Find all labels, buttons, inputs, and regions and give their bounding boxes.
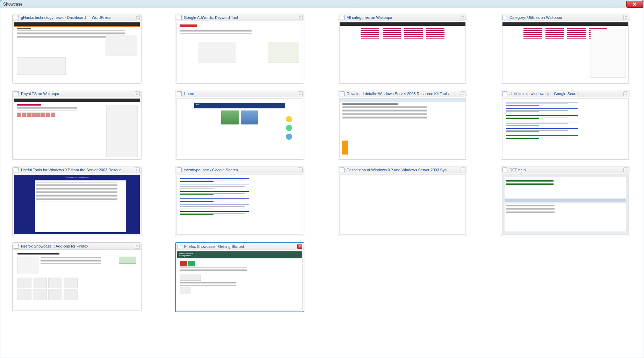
- tab-tile[interactable]: eventtype: bex - Google Search□: [175, 166, 304, 236]
- tab-thumbnail[interactable]: [176, 22, 303, 82]
- tile-header: DEP help□: [501, 166, 630, 173]
- tile-header: Category: Utilities on Wakoopa□: [501, 14, 630, 21]
- page-icon: [14, 15, 19, 20]
- tile-close-button[interactable]: □: [298, 15, 303, 20]
- tab-tile[interactable]: Description of Windows XP and Windows Se…: [338, 166, 467, 236]
- tile-header: Home□: [175, 90, 304, 97]
- tab-thumbnail[interactable]: [502, 174, 629, 235]
- tile-close-button[interactable]: □: [623, 15, 628, 20]
- tile-title: Google AdWords: Keyword Tool: [184, 15, 296, 20]
- tab-thumbnail[interactable]: The Command Line in Windows: [14, 174, 140, 235]
- page-icon: [177, 91, 182, 96]
- tile-header: Download details: Windows Server 2003 Re…: [338, 90, 467, 97]
- titlebar: Showcase: [0, 0, 644, 8]
- tab-thumbnail[interactable]: [14, 22, 140, 82]
- tab-tile[interactable]: gHacks technology news › Dashboard — Wor…: [12, 14, 142, 84]
- tab-thumbnail[interactable]: [502, 22, 629, 82]
- tile-title: Home: [184, 92, 296, 96]
- tile-header: Royal TS on Wakoopa□: [13, 90, 141, 97]
- tile-close-button[interactable]: □: [461, 91, 465, 96]
- tile-title: chklnks.exe windows xp - Google Search: [509, 92, 621, 96]
- tile-header: chklnks.exe windows xp - Google Search□: [501, 90, 630, 97]
- tab-tile[interactable]: Download details: Windows Server 2003 Re…: [338, 90, 467, 160]
- tab-tile[interactable]: Home□ns: [175, 90, 304, 160]
- tile-close-button[interactable]: □: [461, 167, 465, 172]
- window-close-button[interactable]: [626, 1, 643, 8]
- tile-close-button[interactable]: □: [461, 15, 465, 20]
- page-icon: [502, 15, 507, 20]
- window-title: Showcase: [3, 2, 22, 7]
- tile-header: Google AdWords: Keyword Tool□: [175, 14, 304, 21]
- tab-tile[interactable]: chklnks.exe windows xp - Google Search□: [501, 90, 630, 160]
- tab-tile[interactable]: Firefox Showcase :: Add-ons for Firefox□: [12, 242, 142, 312]
- tab-tile[interactable]: Useful Tools for Windows XP from the Ser…: [12, 166, 142, 236]
- tab-thumbnail[interactable]: [14, 251, 140, 311]
- tile-header: gHacks technology news › Dashboard — Wor…: [13, 14, 141, 21]
- page-icon: [177, 15, 182, 20]
- tab-tile[interactable]: Firefox Showcase - Getting Started✕Firef…: [175, 242, 304, 312]
- tile-header: All categories on Wakoopa□: [338, 14, 467, 21]
- page-icon: [14, 91, 19, 96]
- page-icon: [177, 167, 182, 172]
- tab-thumbnail[interactable]: [502, 98, 629, 158]
- tile-header: Firefox Showcase :: Add-ons for Firefox□: [13, 243, 141, 250]
- tab-tile[interactable]: Royal TS on Wakoopa□: [12, 90, 142, 160]
- page-icon: [14, 244, 19, 249]
- tile-header: Description of Windows XP and Windows Se…: [338, 166, 467, 173]
- page-icon: [340, 167, 345, 172]
- tab-grid: gHacks technology news › Dashboard — Wor…: [0, 8, 644, 358]
- tile-close-button[interactable]: □: [623, 91, 628, 96]
- tile-header: eventtype: bex - Google Search□: [175, 166, 304, 173]
- tile-title: Description of Windows XP and Windows Se…: [347, 168, 458, 172]
- tile-close-button[interactable]: □: [135, 244, 140, 249]
- tab-thumbnail[interactable]: Firefox ShowcaseGetting started: [177, 251, 303, 310]
- page-icon: [177, 244, 182, 249]
- tile-close-button[interactable]: □: [135, 91, 140, 96]
- tile-close-button[interactable]: □: [623, 167, 628, 172]
- tile-title: Firefox Showcase - Getting Started: [184, 244, 295, 249]
- page-icon: [340, 15, 345, 20]
- tile-header: Firefox Showcase - Getting Started✕: [176, 243, 304, 250]
- page-icon: [14, 167, 19, 172]
- tab-tile[interactable]: Category: Utilities on Wakoopa□: [501, 14, 630, 84]
- tile-title: Firefox Showcase :: Add-ons for Firefox: [21, 244, 133, 248]
- tab-thumbnail[interactable]: [176, 174, 303, 235]
- tile-title: gHacks technology news › Dashboard — Wor…: [21, 15, 133, 20]
- tile-title: eventtype: bex - Google Search: [184, 168, 296, 172]
- tile-close-button[interactable]: □: [298, 167, 303, 172]
- tile-title: Download details: Windows Server 2003 Re…: [347, 92, 458, 96]
- tab-thumbnail[interactable]: [339, 98, 466, 158]
- tab-tile[interactable]: DEP help□: [501, 166, 630, 236]
- tile-title: Category: Utilities on Wakoopa: [509, 15, 621, 20]
- tile-title: All categories on Wakoopa: [347, 15, 458, 20]
- tile-title: DEP help: [509, 168, 621, 172]
- tab-tile[interactable]: Google AdWords: Keyword Tool□: [175, 14, 304, 84]
- page-icon: [340, 91, 345, 96]
- page-icon: [502, 167, 507, 172]
- tile-header: Useful Tools for Windows XP from the Ser…: [13, 166, 141, 173]
- tile-title: Royal TS on Wakoopa: [21, 92, 133, 96]
- tile-close-button[interactable]: □: [135, 15, 140, 20]
- tile-close-button[interactable]: □: [135, 167, 140, 172]
- tile-title: Useful Tools for Windows XP from the Ser…: [21, 168, 133, 172]
- tab-thumbnail[interactable]: [14, 98, 140, 158]
- tile-close-button[interactable]: □: [298, 91, 303, 96]
- tab-thumbnail[interactable]: [339, 22, 466, 82]
- tab-thumbnail[interactable]: [339, 174, 466, 235]
- showcase-window: Showcase gHacks technology news › Dashbo…: [0, 0, 644, 358]
- page-icon: [502, 91, 507, 96]
- tab-thumbnail[interactable]: ns: [176, 98, 303, 158]
- tab-tile[interactable]: All categories on Wakoopa□: [338, 14, 467, 84]
- tile-close-button[interactable]: ✕: [297, 244, 302, 249]
